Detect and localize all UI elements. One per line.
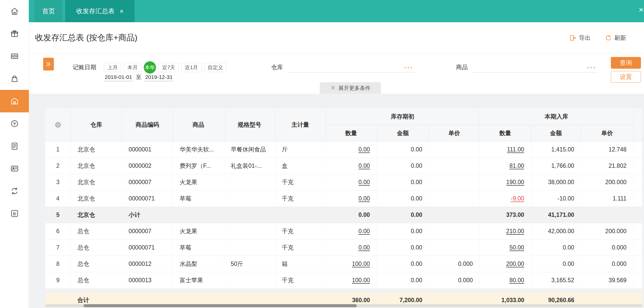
- cell: 12.748: [581, 141, 633, 158]
- quantity-drill-link[interactable]: 100.00: [352, 277, 370, 283]
- date-from-field[interactable]: 2019-01-01: [104, 74, 133, 81]
- sidebar-item-warehouse[interactable]: [0, 90, 29, 112]
- horizontal-scrollbar-track[interactable]: [45, 304, 642, 307]
- quantity-drill-link[interactable]: 80.00: [509, 277, 524, 283]
- sidebar-item-sync[interactable]: [0, 180, 29, 202]
- horizontal-scrollbar-thumb[interactable]: [84, 304, 357, 307]
- cell: [224, 190, 275, 207]
- cell: 费列罗（F...: [173, 158, 224, 174]
- table-row[interactable]: 1北京仓0000001华美华夫软...早餐休闲食品斤0.000.00111.00…: [45, 141, 642, 158]
- column-header-opening-price[interactable]: 单价: [429, 125, 480, 141]
- column-header-inbound-qty[interactable]: 数量: [480, 125, 531, 141]
- column-header-spec[interactable]: 规格型号: [224, 109, 275, 141]
- cell: [429, 239, 480, 256]
- cell: [224, 174, 275, 190]
- filter-panel: 记账日期 上月 本月 本年 近7天 近1月 自定义 2019-01-01 至 2…: [29, 53, 644, 94]
- cell: [429, 207, 480, 223]
- quantity-drill-link[interactable]: 0.00: [359, 179, 370, 185]
- column-header-opening-qty[interactable]: 数量: [326, 125, 377, 141]
- cell: [429, 190, 480, 207]
- cell: 200.000: [581, 174, 633, 190]
- table-row[interactable]: 9总仓0000013富士苹果千克100.000.000.00080.003,16…: [45, 272, 642, 288]
- money-icon: [10, 52, 19, 61]
- chip-this-year[interactable]: 本年: [144, 61, 156, 74]
- tab-home[interactable]: 首页: [34, 0, 63, 22]
- tab-summary[interactable]: 收发存汇总表 ×: [65, 0, 135, 22]
- table-row[interactable]: 6总仓0000007火龙果千克0.000.00210.0042,000.0020…: [45, 223, 642, 239]
- sidebar-item-coin[interactable]: ¥: [0, 112, 29, 135]
- tab-home-label: 首页: [42, 7, 55, 15]
- sidebar-item-gift[interactable]: [0, 22, 29, 45]
- cell: 3,165.52: [531, 272, 581, 288]
- cell: 北京仓: [71, 141, 122, 158]
- cell: 50斤: [224, 256, 275, 272]
- column-settings-button[interactable]: [45, 109, 71, 141]
- refresh-button[interactable]: 刷新: [605, 34, 626, 42]
- collapse-filter-button[interactable]: [43, 58, 54, 70]
- cell: 0.00: [326, 207, 377, 223]
- column-header-code[interactable]: 商品编码: [122, 109, 173, 141]
- warehouse-input[interactable]: ···: [288, 61, 415, 73]
- quantity-drill-link[interactable]: 0.00: [359, 195, 370, 202]
- sidebar-item-home[interactable]: [0, 0, 29, 22]
- cell: 北京仓: [71, 174, 122, 190]
- quantity-drill-link[interactable]: 111.00: [507, 146, 524, 153]
- column-header-opening-amount[interactable]: 金额: [377, 125, 429, 141]
- sidebar-item-money[interactable]: [0, 45, 29, 67]
- quantity-drill-link[interactable]: 0.00: [359, 244, 370, 251]
- group-header-inbound: 本期入库: [480, 109, 633, 125]
- column-header-inbound-price[interactable]: 单价: [581, 125, 633, 141]
- cell: 0000007: [122, 174, 173, 190]
- quantity-drill-link[interactable]: 0.00: [359, 146, 370, 153]
- tab-close-icon[interactable]: ×: [120, 8, 123, 15]
- column-header-product[interactable]: 商品: [173, 109, 224, 141]
- product-input[interactable]: ···: [472, 61, 598, 73]
- quantity-drill-link[interactable]: 0.00: [359, 162, 370, 169]
- page-actions: 导出 刷新: [569, 34, 626, 42]
- cell: 38,000.00: [531, 174, 581, 190]
- quantity-drill-link[interactable]: 81.00: [509, 162, 524, 169]
- chip-last-1-month[interactable]: 近1月: [181, 63, 201, 72]
- date-to-field[interactable]: 2019-12-31: [144, 74, 173, 81]
- quantity-drill-link[interactable]: 190.00: [506, 179, 524, 185]
- quantity-drill-link[interactable]: -9.00: [511, 195, 524, 202]
- export-button[interactable]: 导出: [569, 34, 591, 42]
- table-row[interactable]: 8总仓0000012水晶梨50斤箱100.000.000.000200.000.…: [45, 256, 642, 272]
- chip-last-7-days[interactable]: 近7天: [159, 63, 179, 72]
- cell: 373.00: [480, 207, 531, 223]
- chip-last-month[interactable]: 上月: [104, 63, 121, 72]
- cell: 0.00: [377, 141, 429, 158]
- sidebar-item-contacts[interactable]: [0, 157, 29, 180]
- column-header-warehouse[interactable]: 仓库: [71, 109, 122, 141]
- quantity-drill-link[interactable]: 200.00: [506, 260, 524, 267]
- settings-button[interactable]: 设置: [611, 71, 641, 83]
- subtotal-row[interactable]: 5北京仓小计0.000.00373.0041,171.00: [45, 207, 642, 223]
- sidebar-item-new[interactable]: 新: [0, 202, 29, 225]
- column-header-unit[interactable]: 主计量: [275, 109, 326, 141]
- table-row[interactable]: 2北京仓0000002费列罗（F...礼盒装01-...盒0.000.0081.…: [45, 158, 642, 174]
- chip-custom[interactable]: 自定义: [204, 63, 226, 72]
- tab-summary-label: 收发存汇总表: [76, 7, 114, 15]
- quantity-drill-link[interactable]: 210.00: [506, 228, 524, 234]
- product-picker-button[interactable]: ···: [587, 64, 597, 71]
- sidebar-item-bill[interactable]: [0, 135, 29, 157]
- cell-quantity: 0.00: [326, 190, 377, 207]
- quantity-drill-link[interactable]: 50.00: [509, 244, 524, 251]
- column-header-inbound-amount[interactable]: 金额: [531, 125, 581, 141]
- quantity-drill-link[interactable]: 100.00: [352, 260, 370, 267]
- cell-quantity: 100.00: [326, 272, 377, 288]
- table-row[interactable]: 4北京仓00000071草莓千克0.000.00-9.00-10.001.111: [45, 190, 642, 207]
- expand-more-label: 展开更多条件: [338, 85, 371, 92]
- quantity-drill-link[interactable]: 0.00: [359, 228, 370, 234]
- cell: 0.00: [377, 223, 429, 239]
- query-button[interactable]: 查询: [611, 57, 641, 69]
- topbar-close-icon[interactable]: ×: [639, 6, 643, 14]
- expand-more-conditions[interactable]: 展开更多条件: [320, 82, 381, 94]
- row-number: 2: [45, 158, 71, 174]
- table-row[interactable]: 3北京仓0000007火龙果千克0.000.00190.0038,000.002…: [45, 174, 642, 190]
- warehouse-picker-button[interactable]: ···: [404, 64, 414, 71]
- cell: 千克: [275, 174, 326, 190]
- chip-this-month[interactable]: 本月: [124, 63, 141, 72]
- table-row[interactable]: 7总仓00000071草莓千克0.000.0050.000.000.000: [45, 239, 642, 256]
- sidebar-item-bag[interactable]: [0, 67, 29, 90]
